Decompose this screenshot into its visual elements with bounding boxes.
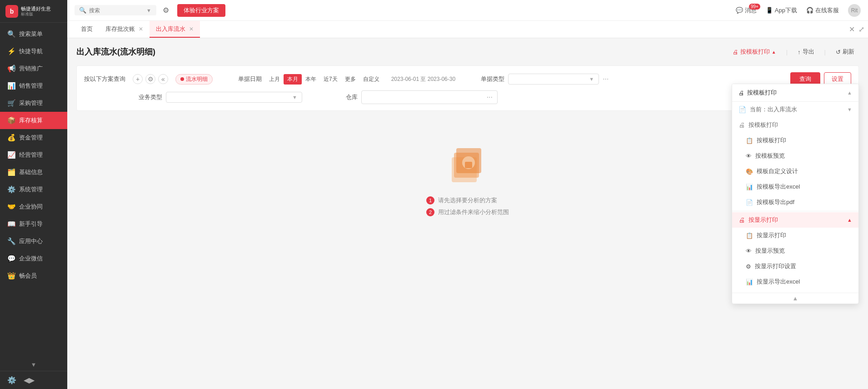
custom-date-btn[interactable]: 自定义 [359, 74, 383, 85]
divider2: | [824, 49, 826, 55]
search-input[interactable] [89, 7, 144, 14]
printer-icon: 🖨 [733, 49, 738, 55]
search-dropdown-icon[interactable]: ▼ [146, 8, 151, 13]
dropdown-item-label: 按模板导出pdf [757, 198, 794, 206]
tab-inventory-batch-label: 库存批次账 [105, 25, 135, 33]
tab-close-inventory-batch[interactable]: ✕ [139, 26, 143, 32]
tab-home[interactable]: 首页 [75, 21, 99, 38]
sidebar-nav: 🔍 搜索菜单 ⚡ 快捷导航 📢 营销推广 📊 销售管理 🛒 采购管理 📦 库存核… [0, 23, 67, 359]
sidebar-item-quicknav[interactable]: ⚡ 快捷导航 [0, 43, 67, 60]
file-preview-icon: 👁 [746, 153, 752, 160]
doc-type-section: 单据类型 ▼ ··· [481, 74, 609, 85]
wechat-icon: 💬 [7, 254, 15, 263]
tab-home-label: 首页 [81, 25, 93, 33]
sidebar: b 畅捷通好生意 标准版 🔍 搜索菜单 ⚡ 快捷导航 📢 营销推广 📊 销售管理… [0, 0, 67, 389]
app-download-button[interactable]: 📱 App下载 [766, 6, 797, 15]
sidebar-item-marketing[interactable]: 📢 营销推广 [0, 60, 67, 77]
page-title-row: 出入库流水(流水明细) 🖨 按模板打印 ▲ | ↑ 导出 | ↺ 刷新 [76, 45, 859, 58]
dropdown-template-excel[interactable]: 📊 按模板导出excel [732, 179, 858, 194]
last-month-btn[interactable]: 上月 [265, 74, 284, 85]
message-icon: 💬 [736, 7, 743, 14]
sidebar-item-system[interactable]: ⚙️ 系统管理 [0, 181, 67, 198]
header-search-bar[interactable]: 🔍 ▼ [75, 5, 156, 15]
this-year-btn[interactable]: 本年 [302, 74, 320, 85]
display-section-label: 按显示打印 [748, 216, 778, 224]
refresh-button[interactable]: ↺ 刷新 [831, 45, 859, 58]
file-excel-icon: 📊 [746, 184, 753, 190]
dropdown-display-pdf[interactable]: 📄 按显示导出pdf [732, 289, 858, 293]
sidebar-item-vip[interactable]: 👑 畅会员 [0, 267, 67, 284]
sidebar-item-label: 企业协同 [19, 203, 43, 211]
last-7-days-btn[interactable]: 近7天 [320, 74, 341, 85]
refresh-icon: ↺ [836, 49, 841, 55]
print-template-button[interactable]: 🖨 按模板打印 ▲ [728, 45, 781, 58]
tab-close-stock-flow[interactable]: ✕ [189, 26, 194, 32]
gear-icon[interactable]: ⚙ [163, 6, 169, 15]
biz-type-section: 业务类型 ▼ [139, 92, 302, 103]
tab-bar: 首页 库存批次账 ✕ 出入库流水 ✕ ✕ ⤢ [67, 21, 868, 38]
sidebar-item-finance[interactable]: 💰 资金管理 [0, 129, 67, 146]
settings-gear-icon[interactable]: ⚙️ [7, 376, 16, 384]
sidebar-item-sales[interactable]: 📊 销售管理 [0, 77, 67, 95]
biz-type-select[interactable]: ▼ [166, 92, 302, 103]
maximize-window-icon[interactable]: ⤢ [858, 25, 864, 34]
online-service-button[interactable]: 🎧 在线客服 [806, 6, 839, 15]
doc-type-select[interactable]: ▼ [508, 74, 599, 85]
dropdown-template-design[interactable]: 🎨 模板自定义设计 [732, 164, 858, 179]
warehouse-more-icon[interactable]: ··· [487, 93, 493, 101]
sidebar-item-purchase[interactable]: 🛒 采购管理 [0, 95, 67, 112]
dropdown-display-excel[interactable]: 📊 按显示导出excel [732, 274, 858, 289]
sidebar-item-collab[interactable]: 🤝 企业协同 [0, 198, 67, 215]
more-date-btn[interactable]: 更多 [341, 74, 359, 85]
add-filter-button[interactable]: + [133, 74, 143, 84]
dropdown-display-print[interactable]: 📋 按显示打印 [732, 228, 858, 243]
dropdown-scroll-up-btn[interactable]: ▲ [732, 293, 858, 304]
date-filter-section: 单据日期 上月 本月 本年 近7天 更多 自定义 2023-06-01 至 20… [238, 74, 455, 85]
main-content: 🔍 ▼ ⚙ 体验行业方案 💬 消息 99+ 📱 App下载 🎧 在线客服 Rit [67, 0, 868, 389]
sidebar-item-search[interactable]: 🔍 搜索菜单 [0, 25, 67, 43]
sidebar-item-apps[interactable]: 🔧 应用中心 [0, 233, 67, 250]
tab-inventory-batch[interactable]: 库存批次账 ✕ [99, 21, 150, 38]
filter-settings-button[interactable]: ⚙ [145, 74, 155, 84]
sidebar-item-label: 新手引导 [19, 220, 43, 228]
sidebar-item-inventory[interactable]: 📦 库存核算 [0, 112, 67, 129]
industry-solution-button[interactable]: 体验行业方案 [177, 4, 225, 17]
dropdown-item-label: 按模板打印 [757, 136, 786, 145]
dropdown-collapse-icon[interactable]: ▲ [847, 90, 852, 95]
warehouse-select[interactable]: ··· [361, 90, 498, 104]
dropdown-display-settings[interactable]: ⚙ 按显示打印设置 [732, 259, 858, 274]
close-window-icon[interactable]: ✕ [849, 25, 855, 34]
doc-type-label: 单据类型 [481, 75, 504, 83]
sidebar-item-base[interactable]: 🗂️ 基础信息 [0, 164, 67, 181]
dropdown-template-preview[interactable]: 👁 按模板预览 [732, 148, 858, 164]
tab-stock-flow[interactable]: 出入库流水 ✕ [150, 21, 200, 38]
dropdown-item-label: 按显示预览 [755, 247, 785, 255]
sidebar-item-guide[interactable]: 📖 新手引导 [0, 215, 67, 233]
sidebar-item-ops[interactable]: 📈 经营管理 [0, 146, 67, 164]
sidebar-item-label: 畅会员 [19, 272, 37, 280]
export-icon: ↑ [798, 49, 801, 55]
doc-type-more-icon[interactable]: ··· [603, 75, 609, 83]
purchase-icon: 🛒 [7, 99, 15, 107]
dropdown-item-label: 按显示打印 [757, 231, 786, 239]
sidebar-scroll-down[interactable]: ▼ [0, 359, 67, 371]
header-right: 💬 消息 99+ 📱 App下载 🎧 在线客服 Rit [736, 4, 861, 17]
dropdown-display-section[interactable]: 🖨 按显示打印 ▲ [732, 212, 858, 228]
dropdown-display-preview[interactable]: 👁 按显示预览 [732, 243, 858, 259]
this-month-btn[interactable]: 本月 [284, 74, 302, 85]
messages-button[interactable]: 💬 消息 99+ [736, 6, 757, 15]
doc-type-arrow-icon: ▼ [589, 76, 594, 82]
collapse-sidebar-icon[interactable]: ◀▶ [24, 376, 35, 384]
dropdown-item-label: 按显示打印设置 [755, 262, 796, 270]
filter-tag[interactable]: 流水明细 [175, 74, 213, 85]
empty-hint-1-label: 请先选择要分析的方案 [438, 196, 497, 204]
sidebar-item-label: 采购管理 [19, 99, 43, 107]
user-avatar[interactable]: Rit [848, 4, 861, 17]
collapse-filter-button[interactable]: « [158, 74, 168, 84]
refresh-label: 刷新 [843, 48, 854, 56]
dropdown-template-section[interactable]: 🖨 按模板打印 [732, 117, 858, 133]
dropdown-template-print[interactable]: 📋 按模板打印 [732, 133, 858, 148]
dropdown-template-pdf[interactable]: 📄 按模板导出pdf [732, 194, 858, 210]
sidebar-item-wechat[interactable]: 💬 企业微信 [0, 250, 67, 267]
export-button[interactable]: ↑ 导出 [793, 45, 819, 58]
